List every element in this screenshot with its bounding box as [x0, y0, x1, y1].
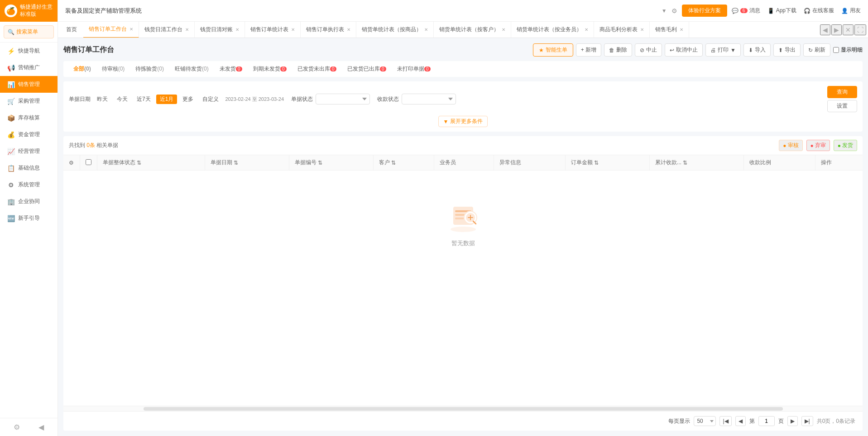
h-scrollbar-track[interactable]: [144, 407, 783, 411]
tab-sales-stats[interactable]: 销售订单统计表 ✕: [245, 22, 301, 38]
last-page-button[interactable]: ▶|: [801, 416, 813, 426]
stop-button[interactable]: ⊘ 中止: [635, 43, 662, 57]
show-detail-label[interactable]: 显示明细: [833, 46, 863, 54]
sidebar-item-finance[interactable]: 💰 资金管理: [0, 126, 58, 143]
sub-tab-all[interactable]: 全部(0): [69, 64, 96, 74]
cancel-stop-button[interactable]: ↩ 取消中止: [665, 43, 703, 57]
select-all-checkbox[interactable]: [86, 159, 91, 165]
tab-close-margin-analysis[interactable]: ✕: [640, 27, 644, 32]
sub-tab-wangpu-pending[interactable]: 旺铺待发货(0): [170, 64, 213, 74]
marketing-icon: 📢: [7, 64, 14, 71]
per-page-select[interactable]: 10 20 50 100: [694, 416, 716, 426]
tab-scroll-right-button[interactable]: ▶: [831, 24, 842, 35]
print-button[interactable]: 🖨 打印 ▼: [705, 43, 741, 57]
date-more-btn[interactable]: 更多: [179, 95, 197, 104]
settings-gear-icon[interactable]: ⚙: [671, 7, 677, 14]
tab-scroll-left-button[interactable]: ◀: [820, 24, 830, 35]
tab-close-sales-summary-product[interactable]: ✕: [424, 27, 428, 32]
sidebar-item-guide[interactable]: 🆕 新手引导: [0, 210, 58, 227]
query-button[interactable]: 查询: [827, 86, 857, 98]
date-today-btn[interactable]: 今天: [113, 95, 131, 104]
sub-tab-overdue-not-shipped[interactable]: 到期未发货0: [249, 64, 291, 74]
tab-sales-summary-customer[interactable]: 销货单统计表（按客户） ✕: [434, 22, 511, 38]
tab-close-sales-exec[interactable]: ✕: [347, 27, 350, 32]
tab-home[interactable]: 首页: [60, 22, 83, 38]
date-custom-btn[interactable]: 自定义: [199, 95, 222, 104]
sidebar-item-quick-nav[interactable]: ⚡ 快捷导航: [0, 43, 58, 59]
tab-sales-summary-product[interactable]: 销货单统计表（按商品） ✕: [356, 22, 434, 38]
user-button[interactable]: 👤 用友: [841, 7, 861, 14]
settings-button[interactable]: ⚙: [14, 423, 20, 431]
tab-sales-profit[interactable]: 销售毛利 ✕: [650, 22, 689, 38]
tab-sales-workbench[interactable]: 销售订单工作台 ✕: [83, 22, 139, 38]
payment-select[interactable]: [402, 94, 456, 104]
expand-filter-button[interactable]: ▼ 展开更多条件: [438, 116, 488, 127]
sidebar-item-inventory[interactable]: 📦 库存核算: [0, 109, 58, 126]
tab-close-all-button[interactable]: ✕: [843, 24, 854, 35]
sub-tab-shipped-not-out[interactable]: 已发货未出库0: [293, 64, 341, 74]
system-dropdown-icon[interactable]: ▼: [662, 8, 667, 14]
tab-close-sales-stats[interactable]: ✕: [291, 27, 295, 32]
app-download-button[interactable]: 📱 App下载: [767, 7, 796, 14]
sidebar-item-purchase[interactable]: 🛒 采购管理: [0, 93, 58, 109]
tab-close-sales-workbench[interactable]: ✕: [129, 27, 133, 32]
sidebar-item-basic-info[interactable]: 📋 基础信息: [0, 160, 58, 176]
first-page-button[interactable]: |◀: [719, 416, 731, 426]
table-scroll[interactable]: ⚙ 单据整体状态 ⇅ 单据日期 ⇅: [63, 155, 863, 406]
sub-tab-not-shipped[interactable]: 未发货0: [215, 64, 247, 74]
tab-close-sales-summary-customer[interactable]: ✕: [502, 27, 505, 32]
show-detail-checkbox[interactable]: [833, 47, 839, 53]
status-select[interactable]: [316, 94, 370, 104]
sidebar-item-marketing[interactable]: 📢 营销推广: [0, 59, 58, 76]
date-last7-btn[interactable]: 近7天: [133, 95, 154, 104]
print-dropdown-icon[interactable]: ▼: [730, 47, 736, 53]
tab-cash-account[interactable]: 钱货日清对账 ✕: [195, 22, 245, 38]
th-gear[interactable]: ⚙: [63, 155, 80, 171]
new-button[interactable]: + 新增: [576, 43, 601, 57]
ship-button[interactable]: ● 发货: [834, 140, 857, 151]
tab-fullscreen-button[interactable]: ⛶: [854, 24, 866, 35]
reject-button[interactable]: ● 弃审: [806, 140, 830, 151]
tab-cash-daily[interactable]: 钱货日清工作台 ✕: [139, 22, 195, 38]
sidebar-bottom: ⚙ ◀: [0, 418, 58, 436]
import-button[interactable]: ⬇ 导入: [743, 43, 771, 57]
refresh-button[interactable]: ↻ 刷新: [803, 43, 830, 57]
collapse-button[interactable]: ◀: [38, 423, 44, 431]
tab-sales-exec[interactable]: 销售订单执行表 ✕: [301, 22, 356, 38]
phone-icon: 📱: [767, 8, 774, 14]
date-yesterday-btn[interactable]: 昨天: [93, 95, 111, 104]
th-checkbox[interactable]: [80, 155, 97, 171]
next-page-button[interactable]: ▶: [787, 416, 798, 426]
filter-area: 单据日期 昨天 今天 近7天 近1月 更多 自定义 2023-02-24 至 2…: [63, 81, 863, 132]
sub-tab-shipped-out[interactable]: 已发货已出库0: [343, 64, 391, 74]
table-h-scroll[interactable]: [63, 406, 863, 411]
prev-page-button[interactable]: ◀: [735, 416, 746, 426]
message-button[interactable]: 💬 6 消息: [732, 7, 760, 14]
search-menu-button[interactable]: 🔍 搜索菜单: [4, 25, 54, 38]
tab-margin-analysis[interactable]: 商品毛利分析表 ✕: [594, 22, 650, 38]
smart-create-button[interactable]: ★ 智能生单: [533, 43, 573, 57]
tab-close-sales-summary-staff[interactable]: ✕: [585, 27, 588, 32]
sub-tab-pending-check[interactable]: 待拣验货(0): [131, 64, 168, 74]
set-button[interactable]: 设置: [827, 100, 857, 112]
sidebar-search[interactable]: 🔍 搜索菜单: [0, 22, 58, 43]
tab-close-cash-daily[interactable]: ✕: [185, 27, 189, 32]
date-last1m-btn[interactable]: 近1月: [156, 95, 177, 104]
delete-button[interactable]: 🗑 删除: [604, 43, 632, 57]
sub-tab-unprinted[interactable]: 未打印单据0: [393, 64, 435, 74]
audit-button[interactable]: ● 审核: [779, 140, 802, 151]
online-service-button[interactable]: 🎧 在线客服: [804, 7, 834, 14]
sidebar-item-operations[interactable]: 📈 经营管理: [0, 143, 58, 160]
tab-sales-summary-staff[interactable]: 销货单统计表（按业务员） ✕: [511, 22, 594, 38]
payment-filter: 收款状态: [377, 94, 456, 104]
sidebar-item-system[interactable]: ⚙ 系统管理: [0, 176, 58, 193]
system-icon: ⚙: [7, 181, 14, 189]
tab-close-cash-account[interactable]: ✕: [235, 27, 239, 32]
tab-close-sales-profit[interactable]: ✕: [680, 27, 683, 32]
sidebar-item-enterprise[interactable]: 🏢 企业协同: [0, 193, 58, 210]
sidebar-item-sales[interactable]: 📊 销售管理: [0, 76, 58, 93]
export-button[interactable]: ⬆ 导出: [773, 43, 801, 57]
sub-tab-pending-audit[interactable]: 待审核(0): [97, 64, 129, 74]
page-input[interactable]: [758, 416, 775, 426]
trial-button[interactable]: 体验行业方案: [682, 5, 727, 17]
